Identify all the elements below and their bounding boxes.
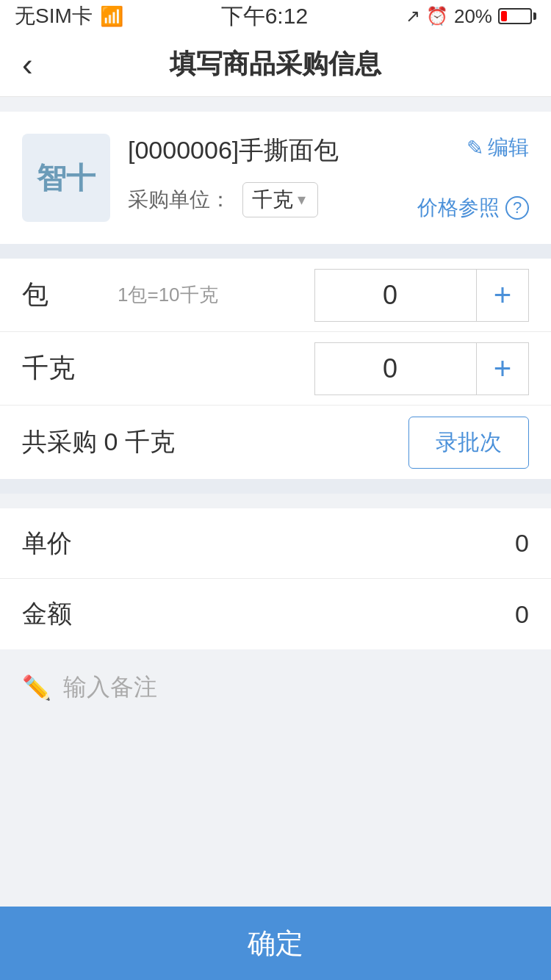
price-ref-label: 价格参照 <box>417 194 500 222</box>
kg-input[interactable] <box>314 342 476 395</box>
amount-row: 金额 0 <box>0 579 551 649</box>
help-icon: ? <box>505 196 529 220</box>
kg-plus-button[interactable]: + <box>476 342 529 395</box>
product-logo: 智十 <box>37 160 96 195</box>
product-image: 智十 <box>22 134 110 222</box>
note-area[interactable]: ✏️ 输入备注 <box>0 649 551 726</box>
package-input-group: + <box>314 269 529 322</box>
edit-button[interactable]: ✎ 编辑 <box>467 134 529 162</box>
pencil-icon: ✏️ <box>22 674 51 702</box>
amount-value: 0 <box>515 600 529 629</box>
kg-input-group: + <box>314 342 529 395</box>
batch-button[interactable]: 录批次 <box>408 417 529 469</box>
unit-select[interactable]: 千克 ▾ <box>242 182 318 217</box>
section-divider-2 <box>0 479 551 494</box>
package-row: 包 1包=10千克 + <box>0 259 551 332</box>
summary-text: 共采购 0 千克 <box>22 425 175 459</box>
unit-label: 采购单位： <box>128 186 231 214</box>
price-ref-button[interactable]: 价格参照 ? <box>417 194 529 222</box>
back-button[interactable]: ‹ <box>22 48 40 81</box>
page-title: 填写商品采购信息 <box>170 46 381 82</box>
status-bar: 无SIM卡 📶 下午6:12 ↗ ⏰ 20% <box>0 0 551 32</box>
package-plus-button[interactable]: + <box>476 269 529 322</box>
product-card: 智十 [0000006]手撕面包 采购单位： 千克 ▾ ✎ 编辑 价格参照 ? <box>0 112 551 244</box>
carrier-text: 无SIM卡 <box>15 2 93 30</box>
price-section: 单价 0 金额 0 <box>0 508 551 649</box>
summary-row: 共采购 0 千克 录批次 <box>0 406 551 479</box>
battery-icon <box>498 8 536 24</box>
amount-label: 金额 <box>22 597 72 631</box>
alarm-icon: ⏰ <box>426 6 448 26</box>
package-sublabel: 1包=10千克 <box>118 282 218 308</box>
unit-value: 千克 <box>252 186 293 214</box>
status-left: 无SIM卡 📶 <box>15 2 123 30</box>
edit-icon: ✎ <box>467 136 483 160</box>
edit-label: 编辑 <box>488 134 529 162</box>
status-right: ↗ ⏰ 20% <box>406 5 536 28</box>
kg-label: 千克 <box>22 350 110 386</box>
package-input[interactable] <box>314 269 476 322</box>
location-icon: ↗ <box>406 6 420 26</box>
wifi-icon: 📶 <box>100 5 123 28</box>
input-section: 包 1包=10千克 + 千克 + 共采购 0 千克 录批次 <box>0 259 551 479</box>
status-time: 下午6:12 <box>221 1 308 32</box>
nav-bar: ‹ 填写商品采购信息 <box>0 32 551 97</box>
battery-percent: 20% <box>454 5 492 28</box>
package-label: 包 <box>22 277 110 313</box>
unit-price-row: 单价 0 <box>0 508 551 579</box>
confirm-button[interactable]: 确定 <box>0 907 551 980</box>
chevron-down-icon: ▾ <box>298 190 306 209</box>
note-placeholder: 输入备注 <box>63 671 157 704</box>
kg-row: 千克 + <box>0 332 551 406</box>
section-divider-1 <box>0 244 551 259</box>
unit-price-label: 单价 <box>22 527 72 561</box>
unit-price-value: 0 <box>515 529 529 558</box>
